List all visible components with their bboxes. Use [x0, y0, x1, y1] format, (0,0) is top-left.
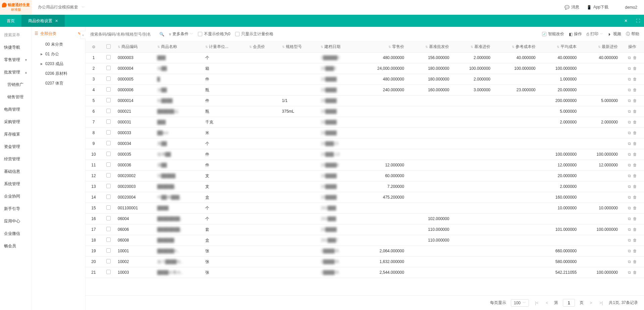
- tree-root[interactable]: ☰ 全部分类 ✎: [35, 30, 83, 40]
- row-checkbox[interactable]: [106, 55, 111, 59]
- tab-home[interactable]: 首页: [0, 15, 21, 27]
- table-row[interactable]: 40000006涉██瓶20████240.000000160.0000003.…: [86, 85, 644, 95]
- only-main-checkbox[interactable]: 只显示主计量价格: [235, 31, 273, 37]
- copy-icon[interactable]: ⧉: [628, 152, 631, 157]
- table-row[interactable]: 1300020003██████..支20████7.2000002.00000…: [86, 181, 644, 192]
- sort-icon[interactable]: ⇅: [205, 45, 208, 49]
- table-row[interactable]: 11000036测██件20████812.00000012.00000012.…: [86, 160, 644, 170]
- delete-icon[interactable]: 🗑: [633, 238, 637, 243]
- nav-basic[interactable]: 基础信息: [0, 165, 32, 178]
- table-row[interactable]: 20000004收██箱20███824,000.000000180.00000…: [86, 63, 644, 74]
- account-selector[interactable]: 办公用品行业模拟账套 ﹀: [32, 4, 91, 10]
- col-header[interactable]: [102, 42, 115, 52]
- copy-icon[interactable]: ⧉: [628, 163, 631, 167]
- smart-price-checkbox[interactable]: ✓智能改价: [542, 31, 564, 37]
- col-header[interactable]: ⇅基准进价: [452, 42, 493, 52]
- delete-icon[interactable]: 🗑: [633, 88, 637, 92]
- delete-icon[interactable]: 🗑: [633, 163, 637, 167]
- delete-icon[interactable]: 🗑: [633, 131, 637, 135]
- sort-icon[interactable]: ⇅: [471, 45, 473, 49]
- select-all-checkbox[interactable]: [106, 44, 111, 49]
- sort-icon[interactable]: ⇅: [118, 45, 120, 49]
- per-page-select[interactable]: 100﹀: [511, 299, 529, 307]
- copy-icon[interactable]: ⧉: [628, 238, 631, 243]
- delete-icon[interactable]: 🗑: [633, 120, 637, 124]
- delete-icon[interactable]: 🗑: [633, 141, 637, 146]
- copy-icon[interactable]: ⧉: [628, 88, 631, 92]
- tabstrip-close-button[interactable]: ✕: [620, 18, 632, 23]
- table-row[interactable]: 30000005█件20████480.000000180.0000002.00…: [86, 74, 644, 85]
- copy-icon[interactable]: ⧉: [628, 173, 631, 178]
- nav-coop[interactable]: 企业协同: [0, 190, 32, 203]
- user-menu[interactable]: demo2: [616, 4, 637, 11]
- sort-icon[interactable]: ⇅: [249, 45, 252, 49]
- col-header[interactable]: ⇅建档日期: [318, 42, 357, 52]
- delete-icon[interactable]: 🗑: [633, 249, 637, 253]
- search-box[interactable]: 🔍: [90, 32, 164, 37]
- table-row[interactable]: 7000031███千克20████2.0000002.000000⧉🗑: [86, 117, 644, 127]
- copy-icon[interactable]: ⧉: [628, 206, 631, 210]
- delete-icon[interactable]: 🗑: [633, 55, 637, 60]
- table-row[interactable]: 1910001██████A..张2████052,064.000000660.…: [86, 246, 644, 256]
- row-checkbox[interactable]: [106, 130, 111, 135]
- copy-icon[interactable]: ⧉: [628, 184, 631, 189]
- page-next-button[interactable]: >: [588, 301, 593, 305]
- nav-appcenter[interactable]: 应用中心: [0, 215, 32, 227]
- nav-sales[interactable]: 销售管理: [0, 91, 32, 103]
- tree-node-0[interactable]: 00 未分类: [35, 40, 83, 49]
- row-checkbox[interactable]: [106, 141, 111, 145]
- delete-icon[interactable]: 🗑: [633, 109, 637, 114]
- copy-icon[interactable]: ⧉: [628, 195, 631, 200]
- table-row[interactable]: 2110003████折叠办..张2████052,544.000000542.…: [86, 267, 644, 278]
- row-checkbox[interactable]: [106, 109, 111, 113]
- row-checkbox[interactable]: [106, 259, 111, 263]
- col-header[interactable]: ⇅商品编码: [115, 42, 155, 52]
- nav-wholesale[interactable]: 批发管理▲: [0, 66, 32, 79]
- table-row[interactable]: 2010002扬力████给..张2████051,632.000000580.…: [86, 256, 644, 267]
- copy-icon[interactable]: ⧉: [628, 98, 631, 103]
- nav-search[interactable]: 搜索菜单: [0, 29, 32, 41]
- copy-icon[interactable]: ⧉: [628, 131, 631, 135]
- tree-node-1[interactable]: ▶01 办公: [35, 49, 83, 59]
- sort-icon[interactable]: ⇅: [282, 45, 285, 49]
- col-header[interactable]: ⇅基准批发价: [407, 42, 452, 52]
- copy-icon[interactable]: ⧉: [628, 259, 631, 264]
- row-checkbox[interactable]: [106, 227, 111, 231]
- video-link[interactable]: ⏵视频: [608, 31, 621, 37]
- app-download-link[interactable]: 📱App下载: [587, 4, 608, 10]
- row-checkbox[interactable]: [106, 66, 111, 70]
- nav-wechat[interactable]: 企业微信: [0, 227, 32, 240]
- page-prev-button[interactable]: <: [544, 301, 549, 305]
- copy-icon[interactable]: ⧉: [628, 216, 631, 221]
- nav-inventory[interactable]: 库存核算: [0, 128, 32, 141]
- sort-icon[interactable]: ⇅: [425, 45, 428, 49]
- page-input[interactable]: [563, 299, 575, 307]
- nav-marketing[interactable]: 营销推广: [0, 79, 32, 91]
- delete-icon[interactable]: 🗑: [633, 206, 637, 210]
- table-row[interactable]: 15001100001████个202███10.00000010.000000…: [86, 203, 644, 213]
- page-first-button[interactable]: |<: [534, 301, 540, 305]
- row-checkbox[interactable]: [106, 205, 111, 210]
- delete-icon[interactable]: 🗑: [633, 66, 637, 71]
- table-row[interactable]: 6000021██████品瓶375mL20████5.000000⧉🗑: [86, 106, 644, 117]
- delete-icon[interactable]: 🗑: [633, 227, 637, 232]
- copy-icon[interactable]: ⧉: [628, 109, 631, 114]
- copy-icon[interactable]: ⧉: [628, 120, 631, 124]
- sort-icon[interactable]: ⇅: [157, 45, 160, 49]
- copy-icon[interactable]: ⧉: [628, 227, 631, 232]
- copy-icon[interactable]: ⧉: [628, 141, 631, 146]
- copy-icon[interactable]: ⧉: [628, 77, 631, 82]
- nav-business[interactable]: 经营管理: [0, 153, 32, 165]
- row-checkbox[interactable]: [106, 162, 111, 167]
- row-checkbox[interactable]: [106, 173, 111, 177]
- tree-node-3[interactable]: 0206 原材料: [35, 69, 83, 79]
- close-icon[interactable]: ✕: [55, 19, 58, 23]
- nav-finance[interactable]: 资金管理: [0, 141, 32, 153]
- delete-icon[interactable]: 🗑: [633, 195, 637, 200]
- table-row[interactable]: 9000034奥██个20███23⧉🗑: [86, 138, 644, 149]
- sort-icon[interactable]: ⇅: [321, 45, 323, 49]
- data-table-wrap[interactable]: ⚙⇅商品编码⇅商品名称⇅计量单位...⇅会员价⇅规格型号⇅建档日期⇅零售价⇅基准…: [86, 42, 644, 295]
- delete-icon[interactable]: 🗑: [633, 216, 637, 221]
- delete-icon[interactable]: 🗑: [633, 173, 637, 178]
- gear-icon[interactable]: ⚙: [92, 45, 96, 49]
